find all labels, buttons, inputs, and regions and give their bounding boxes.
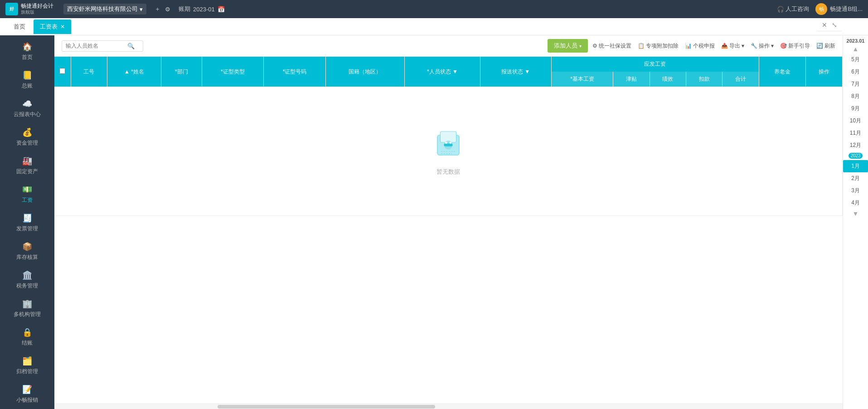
sidebar-item-close[interactable]: 🔒 结账 — [0, 323, 54, 351]
month-2022-12[interactable]: 12月 — [843, 139, 868, 151]
month-2022-10[interactable]: 10月 — [843, 115, 868, 127]
month-2022-7[interactable]: 7月 — [843, 78, 868, 90]
invoice-icon: 🧾 — [22, 213, 32, 223]
guide-btn[interactable]: 🎯 新手引导 — [780, 42, 810, 50]
th-deduct: 扣款 — [686, 72, 722, 87]
month-2022-5[interactable]: 5月 — [843, 54, 868, 66]
panel-up-arrow[interactable]: ▲ — [851, 44, 860, 54]
company-selector[interactable]: 西安虾米网络科技有限公司 ▾ — [63, 4, 146, 15]
tax-report-btn[interactable]: 📊 个税申报 — [685, 42, 715, 50]
maximize-window-icon[interactable]: ⤡ — [832, 21, 837, 29]
support-btn[interactable]: 🎧 人工咨询 — [777, 5, 809, 13]
sidebar-item-cloud-report[interactable]: ☁️ 云报表中心 — [0, 94, 54, 123]
search-icon: 🔍 — [127, 43, 135, 49]
sidebar-item-tax[interactable]: 🏛️ 税务管理 — [0, 266, 54, 294]
tab-salary[interactable]: 工资表 ✕ — [34, 19, 71, 34]
export-dropdown-icon: ▾ — [742, 43, 744, 49]
archive-icon: 🗂️ — [22, 356, 32, 366]
month-2022-9[interactable]: 9月 — [843, 102, 868, 115]
social-security-btn[interactable]: ⚙ 统一社保设置 — [592, 42, 631, 50]
tab-salary-label: 工资表 — [40, 23, 58, 31]
close-period-icon: 🔒 — [22, 327, 32, 337]
month-2022-6[interactable]: 6月 — [843, 66, 868, 78]
sidebar-item-archive[interactable]: 🗂️ 归档管理 — [0, 351, 54, 380]
add-button[interactable]: ＋ — [155, 5, 160, 13]
empty-text: 暂无数据 — [436, 168, 460, 176]
social-security-label: 统一社保设置 — [599, 42, 631, 50]
month-2023-4[interactable]: 4月 — [843, 197, 868, 209]
month-2022-11[interactable]: 11月 — [843, 127, 868, 139]
sidebar-item-fund[interactable]: 💰 资金管理 — [0, 123, 54, 151]
settings-icon-btn[interactable]: ⚙ — [165, 6, 170, 13]
tab-home[interactable]: 首页 — [7, 19, 32, 34]
operations-icon: 🔧 — [751, 43, 757, 49]
period-value: 2023-01 — [193, 6, 215, 13]
salary-icon: 💵 — [22, 185, 32, 195]
export-btn[interactable]: 📤 导出 ▾ — [721, 42, 744, 50]
tab-close-icon[interactable]: ✕ — [60, 24, 65, 30]
calendar-icon[interactable]: 📅 — [218, 6, 225, 13]
month-2022-8[interactable]: 8月 — [843, 90, 868, 102]
top-header: 好 畅捷通好会计 旗舰版 西安虾米网络科技有限公司 ▾ ＋ ⚙ 账期 2023-… — [0, 0, 868, 18]
settings-icon: ⚙ — [165, 6, 170, 13]
export-label: 导出 — [729, 42, 740, 50]
svg-rect-3 — [444, 143, 452, 146]
sidebar-label-expense: 小畅报销 — [16, 396, 38, 404]
right-panel: 2023.01 ▲ 5月 6月 7月 8月 9月 10月 11月 12月 202… — [843, 35, 868, 409]
sidebar-item-expense[interactable]: 📝 小畅报销 — [0, 380, 54, 409]
user-area[interactable]: 畅 畅捷通B组... — [815, 3, 863, 15]
month-2023-1[interactable]: 1月 — [843, 160, 868, 172]
th-total: 合计 — [723, 72, 759, 87]
sidebar-label-close: 结账 — [22, 339, 33, 347]
ledger-icon: 📒 — [22, 70, 32, 80]
toolbar-actions: ⚙ 统一社保设置 📋 专项附加扣除 📊 个税申报 📤 导出 ▾ 🔧 — [592, 42, 835, 50]
th-checkbox[interactable] — [54, 57, 71, 87]
sidebar-label-salary: 工资 — [22, 196, 33, 204]
operations-btn[interactable]: 🔧 操作 ▾ — [751, 42, 774, 50]
sidebar-item-ledger[interactable]: 📒 总账 — [0, 66, 54, 94]
sidebar: 🏠 首页 📒 总账 ☁️ 云报表中心 💰 资金管理 🏭 固定资产 💵 工资 🧾 … — [0, 35, 54, 409]
th-report-status: 报送状态 ▼ — [480, 57, 551, 87]
deductions-btn[interactable]: 📋 专项附加扣除 — [638, 42, 679, 50]
month-2023-3[interactable]: 3月 — [843, 185, 868, 197]
right-header: 🎧 人工咨询 畅 畅捷通B组... — [777, 3, 863, 15]
sidebar-label-home: 首页 — [22, 54, 33, 61]
logo-icon: 好 — [5, 3, 18, 15]
sidebar-label-inventory: 库存核算 — [16, 253, 38, 261]
sidebar-label-fixed-assets: 固定资产 — [16, 168, 38, 175]
empty-row: 暂无数据 — [54, 87, 843, 216]
add-person-button[interactable]: 添加人员 ▾ — [548, 39, 588, 53]
fixed-assets-icon: 🏭 — [22, 156, 32, 166]
th-status: *人员状态 ▼ — [405, 57, 480, 87]
panel-down-arrow[interactable]: ▼ — [851, 209, 860, 218]
svg-point-4 — [445, 141, 447, 144]
plus-icon: ＋ — [155, 5, 160, 13]
tab-home-label: 首页 — [14, 23, 25, 31]
sidebar-label-ledger: 总账 — [22, 82, 33, 90]
multi-org-icon: 🏢 — [22, 299, 32, 309]
close-window-icon[interactable]: ✕ — [822, 21, 827, 29]
sidebar-item-home[interactable]: 🏠 首页 — [0, 37, 54, 66]
period-area: 账期 2023-01 📅 — [179, 5, 225, 13]
table-body: 暂无数据 — [54, 87, 843, 216]
operations-dropdown-icon: ▾ — [771, 43, 774, 49]
search-input[interactable] — [66, 43, 125, 49]
sidebar-item-invoice[interactable]: 🧾 发票管理 — [0, 209, 54, 237]
select-all-checkbox[interactable] — [59, 68, 65, 74]
sidebar-item-inventory[interactable]: 📦 库存核算 — [0, 237, 54, 266]
refresh-btn[interactable]: 🔄 刷新 — [816, 42, 835, 50]
sidebar-item-salary[interactable]: 💵 工资 — [0, 180, 54, 209]
scrollbar-area[interactable] — [54, 404, 843, 409]
th-work-id: 工号 — [71, 57, 107, 87]
sidebar-label-cloud-report: 云报表中心 — [14, 111, 41, 118]
social-security-icon: ⚙ — [592, 43, 597, 49]
operations-label: 操作 — [759, 42, 770, 50]
sidebar-item-fixed-assets[interactable]: 🏭 固定资产 — [0, 151, 54, 180]
scrollbar-thumb[interactable] — [218, 405, 435, 409]
salary-table: 工号 ▲ *姓名 *部门 *证型类型 *证型号码 国籍（地区） *人员状态 ▼ … — [54, 57, 843, 216]
th-dept: *部门 — [161, 57, 202, 87]
tax-report-label: 个税申报 — [693, 42, 715, 50]
add-dropdown-arrow: ▾ — [579, 44, 582, 49]
sidebar-item-multi-org[interactable]: 🏢 多机构管理 — [0, 294, 54, 323]
month-2023-2[interactable]: 2月 — [843, 172, 868, 185]
